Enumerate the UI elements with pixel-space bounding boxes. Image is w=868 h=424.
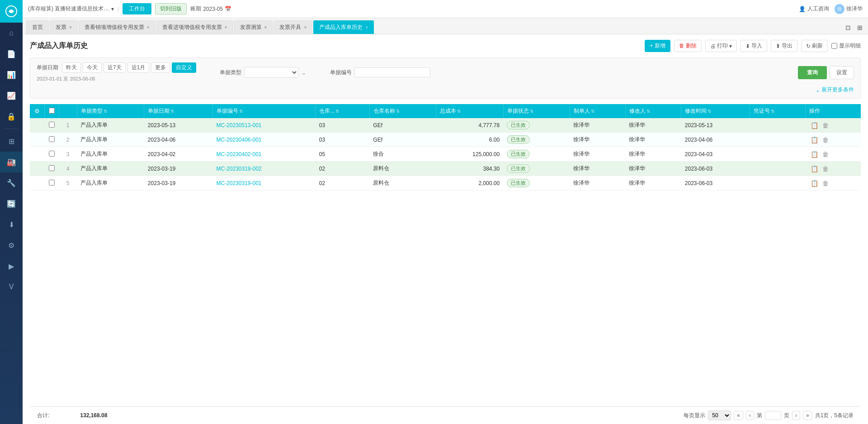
row-delete-btn-2[interactable]: 🗑 (821, 151, 830, 158)
print-button[interactable]: 🖨 🖨 打印 打印 ▾ (705, 40, 737, 52)
row-delete-btn-3[interactable]: 🗑 (821, 165, 830, 172)
select-all-checkbox[interactable] (49, 108, 55, 114)
row-edit-btn-4[interactable]: 📋 (809, 180, 820, 187)
expand-filter-button[interactable]: ⌄ 展开更多条件 (816, 86, 854, 94)
tools-icon[interactable]: 🔧 (0, 172, 23, 193)
row-checkbox-0[interactable] (44, 118, 59, 133)
tab-close-5[interactable]: × (304, 25, 307, 30)
row-number-2[interactable]: MC-20230402-001 (212, 147, 315, 162)
filter-more-btn[interactable]: 更多 (151, 62, 170, 73)
th-modifier[interactable]: 修改人⇅ (625, 104, 681, 118)
th-checkbox[interactable] (44, 104, 59, 118)
tab-close-4[interactable]: × (264, 25, 267, 30)
user-menu[interactable]: 徐 徐泽华 (835, 4, 863, 14)
th-number[interactable]: 单据编号⇅ (212, 104, 315, 118)
tab-restore-button[interactable]: ⊡ (844, 23, 853, 32)
row-number-1[interactable]: MC-20230406-001 (212, 133, 315, 147)
warehouse-icon[interactable]: 🏭 (0, 152, 23, 172)
filter-settings-button[interactable]: 设置 (830, 66, 854, 79)
filter-custom-btn[interactable]: 自定义 (172, 62, 196, 73)
next-page-button[interactable]: › (792, 411, 800, 420)
row-settings-0[interactable] (30, 118, 44, 133)
row-checkbox-2[interactable] (44, 147, 59, 162)
tab-close-1[interactable]: × (69, 25, 72, 30)
th-date[interactable]: 单据日期⇅ (144, 104, 213, 118)
filter-7days-btn[interactable]: 近7天 (104, 62, 126, 73)
row-settings-3[interactable] (30, 162, 44, 176)
download-icon[interactable]: ⬇ (0, 214, 23, 235)
company-selector[interactable]: (库存核算) 直播轻速通信息技术股份... ▾ (28, 5, 114, 13)
cycle-icon[interactable]: 🔄 (0, 193, 23, 214)
query-button[interactable]: 查询 (798, 66, 827, 79)
th-type[interactable]: 单据类型⇅ (77, 104, 144, 118)
per-page-select[interactable]: 10 20 50 100 (708, 410, 731, 420)
row-warehouse-code-3: 02 (316, 162, 370, 176)
row-edit-btn-3[interactable]: 📋 (809, 165, 820, 172)
row-settings-2[interactable] (30, 147, 44, 162)
delete-button[interactable]: 🗑 删除 (674, 40, 702, 52)
display-toggle-checkbox[interactable] (831, 43, 837, 49)
refresh-button[interactable]: ↻ 刷新 (801, 40, 828, 52)
old-version-button[interactable]: 切到旧版 (155, 3, 187, 14)
help-button[interactable]: 👤 人工咨询 (799, 5, 829, 13)
row-delete-btn-4[interactable]: 🗑 (821, 180, 830, 187)
tab-0[interactable]: 首页 (26, 20, 49, 34)
th-settings[interactable]: ⚙ (30, 104, 44, 118)
filter-today-btn[interactable]: 今天 (83, 62, 102, 73)
row-number-3[interactable]: MC-20230319-002 (212, 162, 315, 176)
prev-page-button[interactable]: ‹ (746, 411, 754, 420)
row-edit-btn-1[interactable]: 📋 (809, 136, 820, 143)
row-delete-btn-0[interactable]: 🗑 (821, 122, 830, 129)
filter-number-input[interactable] (354, 67, 430, 77)
th-status[interactable]: 单据状态⇅ (503, 104, 570, 118)
workbench-button[interactable]: 工作台 (123, 3, 151, 14)
filter-yesterday-btn[interactable]: 昨天 (62, 62, 81, 73)
tab-2[interactable]: 查看销项增值税专用发票× (79, 20, 156, 34)
th-creator[interactable]: 制单人⇅ (570, 104, 625, 118)
tab-5[interactable]: 发票开具× (274, 20, 312, 34)
document-icon[interactable]: 📄 (0, 43, 23, 64)
th-warehouse-code[interactable]: 仓库...⇅ (316, 104, 370, 118)
row-checkbox-3[interactable] (44, 162, 59, 176)
tab-close-3[interactable]: × (225, 25, 227, 30)
table-row: 1 产品入库单 2023-05-13 MC-20230513-001 03 GE… (30, 118, 861, 133)
tab-3[interactable]: 查看进项增值税专用发票× (156, 20, 233, 34)
add-button[interactable]: + 新增 (645, 40, 670, 52)
current-page-input[interactable]: 1 (765, 411, 781, 420)
home-icon[interactable]: ⌂ (0, 23, 23, 43)
display-toggle[interactable]: 显示明细 (831, 42, 861, 50)
play-icon[interactable]: ▶ (0, 256, 23, 276)
tab-close-6[interactable]: × (365, 25, 368, 30)
tab-maximize-button[interactable]: ⊞ (855, 23, 864, 32)
tab-1[interactable]: 发票× (50, 20, 78, 34)
period-calendar-icon[interactable]: 📅 (225, 6, 231, 12)
row-settings-1[interactable] (30, 133, 44, 147)
grid-icon[interactable]: ⊞ (0, 131, 23, 152)
row-settings-4[interactable] (30, 176, 44, 191)
row-number-0[interactable]: MC-20230513-001 (212, 118, 315, 133)
th-total-cost[interactable]: 总成本⇅ (436, 104, 503, 118)
row-checkbox-4[interactable] (44, 176, 59, 191)
tab-close-2[interactable]: × (147, 25, 150, 30)
first-page-button[interactable]: « (734, 411, 743, 420)
row-edit-btn-0[interactable]: 📋 (809, 122, 820, 129)
th-modify-time[interactable]: 修改时间⇅ (681, 104, 750, 118)
settings-icon[interactable]: ⚙ (0, 235, 23, 256)
version-icon[interactable]: V (0, 276, 23, 297)
tab-6[interactable]: 产成品入库单历史× (313, 20, 374, 34)
analytics-icon[interactable]: 📈 (0, 85, 23, 106)
row-checkbox-1[interactable] (44, 133, 59, 147)
lock-icon[interactable]: 🔒 (0, 106, 23, 127)
chart-icon[interactable]: 📊 (0, 64, 23, 85)
import-button[interactable]: ⬇ 导入 (741, 40, 767, 52)
filter-1month-btn[interactable]: 近1月 (127, 62, 150, 73)
row-delete-btn-1[interactable]: 🗑 (821, 136, 830, 143)
row-edit-btn-2[interactable]: 📋 (809, 151, 820, 158)
th-warehouse-name[interactable]: 仓库名称⇅ (369, 104, 436, 118)
th-voucher[interactable]: 凭证号⇅ (750, 104, 805, 118)
filter-type-select[interactable] (244, 67, 298, 78)
export-button[interactable]: ⬆ 导出 (771, 40, 797, 52)
last-page-button[interactable]: » (803, 411, 812, 420)
tab-4[interactable]: 发票测算× (234, 20, 273, 34)
row-number-4[interactable]: MC-20230319-001 (212, 176, 315, 191)
